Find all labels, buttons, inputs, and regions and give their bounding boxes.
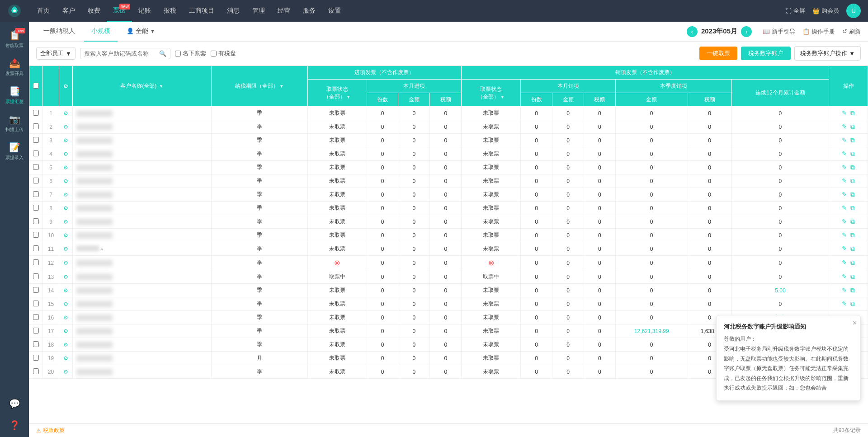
row-settings-icon[interactable]: ⚙ — [63, 287, 68, 294]
row-settings-icon[interactable]: ⚙ — [63, 355, 68, 362]
row-settings-icon[interactable]: ⚙ — [63, 369, 68, 375]
sidebar-item-entry[interactable]: 📝 票据录入 — [0, 137, 29, 165]
nav-accounting[interactable]: 记账 — [132, 0, 157, 22]
nav-ticket[interactable]: 票据 new — [107, 0, 132, 22]
in-status-filter[interactable]: ▼ — [346, 94, 351, 99]
quota-filter-icon[interactable]: ▼ — [279, 84, 284, 89]
edit-icon[interactable]: ✎ — [842, 123, 847, 130]
nav-operation[interactable]: 经营 — [271, 0, 297, 22]
row-settings-icon[interactable]: ⚙ — [63, 192, 68, 198]
copy-icon[interactable]: ⧉ — [850, 287, 855, 294]
nav-home[interactable]: 首页 — [31, 0, 56, 22]
edit-icon[interactable]: ✎ — [842, 191, 847, 198]
row-checkbox[interactable] — [33, 368, 39, 374]
search-input[interactable] — [84, 50, 157, 57]
edit-icon[interactable]: ✎ — [842, 204, 847, 211]
edit-icon[interactable]: ✎ — [842, 150, 847, 157]
select-all-checkbox[interactable] — [33, 83, 39, 89]
row-settings-icon[interactable]: ⚙ — [63, 315, 68, 321]
copy-icon[interactable]: ⧉ — [850, 273, 855, 280]
row-settings-icon[interactable]: ⚙ — [63, 342, 68, 348]
edit-icon[interactable]: ✎ — [842, 245, 847, 252]
row-checkbox[interactable] — [33, 287, 39, 293]
copy-icon[interactable]: ⧉ — [850, 136, 855, 144]
my-accounts-checkbox-label[interactable]: 名下账套 — [175, 49, 206, 57]
row-checkbox[interactable] — [33, 341, 39, 347]
sidebar-item-scan[interactable]: 📷 扫描上传 — [0, 109, 29, 137]
edit-icon[interactable]: ✎ — [842, 177, 847, 184]
row-checkbox[interactable] — [33, 178, 39, 183]
has-tax-disk-checkbox[interactable] — [211, 51, 217, 56]
policy-link[interactable]: ⚠ 税政政策 — [36, 427, 65, 434]
row-settings-icon[interactable]: ⚙ — [63, 246, 68, 252]
edit-icon[interactable]: ✎ — [842, 259, 847, 266]
row-checkbox[interactable] — [33, 355, 39, 361]
row-settings-icon[interactable]: ⚙ — [63, 328, 68, 334]
row-checkbox[interactable] — [33, 259, 39, 265]
row-checkbox[interactable] — [33, 328, 39, 334]
tab-all[interactable]: 👤 全能 ▼ — [119, 22, 162, 42]
nav-service[interactable]: 服务 — [297, 0, 322, 22]
sidebar-item-invoice-open[interactable]: 📤 发票开具 — [0, 53, 29, 81]
new-guide-btn[interactable]: 📖 新手引导 — [763, 28, 795, 36]
copy-icon[interactable]: ⧉ — [850, 164, 855, 171]
row-checkbox[interactable] — [33, 314, 39, 320]
row-checkbox[interactable] — [33, 273, 39, 279]
client-filter-icon[interactable]: ▼ — [159, 84, 164, 89]
copy-icon[interactable]: ⧉ — [850, 231, 855, 239]
next-month-btn[interactable]: › — [741, 26, 752, 37]
sidebar-item-help[interactable]: ❓ — [0, 415, 29, 437]
fullscreen-btn[interactable]: ⛶ 全屏 — [786, 7, 805, 15]
row-settings-icon[interactable]: ⚙ — [63, 260, 68, 266]
row-checkbox[interactable] — [33, 191, 39, 197]
tax-digital-btn[interactable]: 税务数字账户 — [741, 47, 791, 60]
tab-small-scale[interactable]: 小规模 — [84, 22, 118, 42]
vip-btn[interactable]: 👑 购会员 — [812, 7, 839, 15]
nav-fee[interactable]: 收费 — [81, 0, 107, 22]
edit-icon[interactable]: ✎ — [842, 109, 847, 117]
nav-business[interactable]: 工商项目 — [183, 0, 221, 22]
row-checkbox[interactable] — [33, 164, 39, 170]
row-checkbox[interactable] — [33, 301, 39, 306]
sidebar-item-smart-ticket[interactable]: 📋 智能取票 new — [0, 25, 29, 53]
edit-icon[interactable]: ✎ — [842, 136, 847, 144]
edit-icon[interactable]: ✎ — [842, 300, 847, 307]
refresh-btn[interactable]: ↺ 刷新 — [842, 28, 861, 36]
copy-icon[interactable]: ⧉ — [850, 123, 855, 130]
row-settings-icon[interactable]: ⚙ — [63, 110, 68, 117]
row-settings-icon[interactable]: ⚙ — [63, 151, 68, 157]
has-tax-disk-checkbox-label[interactable]: 有税盘 — [211, 49, 236, 57]
nav-settings[interactable]: 设置 — [322, 0, 347, 22]
prev-month-btn[interactable]: ‹ — [687, 26, 698, 37]
edit-icon[interactable]: ✎ — [842, 287, 847, 294]
manual-btn[interactable]: 📋 操作手册 — [802, 28, 835, 36]
row-checkbox[interactable] — [33, 137, 39, 143]
nav-client[interactable]: 客户 — [56, 0, 81, 22]
row-settings-icon[interactable]: ⚙ — [63, 164, 68, 171]
my-accounts-checkbox[interactable] — [175, 51, 181, 56]
row-checkbox[interactable] — [33, 150, 39, 156]
employee-select[interactable]: 全部员工 ▼ — [36, 47, 75, 60]
edit-icon[interactable]: ✎ — [842, 231, 847, 239]
row-settings-icon[interactable]: ⚙ — [63, 178, 68, 184]
row-checkbox[interactable] — [33, 110, 39, 116]
tax-ops-btn[interactable]: 税务数字账户操作 ▼ — [794, 46, 861, 61]
row-settings-icon[interactable]: ⚙ — [63, 219, 68, 225]
edit-icon[interactable]: ✎ — [842, 218, 847, 225]
user-avatar[interactable]: U — [846, 4, 861, 18]
nav-tax[interactable]: 报税 — [157, 0, 183, 22]
row-settings-icon[interactable]: ⚙ — [63, 232, 68, 239]
nav-message[interactable]: 消息 — [221, 0, 246, 22]
row-checkbox[interactable] — [33, 232, 39, 238]
out-status-filter[interactable]: ▼ — [500, 94, 505, 99]
sidebar-item-summary[interactable]: 📑 票据汇总 — [0, 81, 29, 109]
copy-icon[interactable]: ⧉ — [850, 177, 855, 184]
edit-icon[interactable]: ✎ — [842, 273, 847, 280]
row-settings-icon[interactable]: ⚙ — [63, 137, 68, 144]
copy-icon[interactable]: ⧉ — [850, 150, 855, 157]
row-checkbox[interactable] — [33, 218, 39, 224]
copy-icon[interactable]: ⧉ — [850, 259, 855, 266]
sidebar-item-chat[interactable]: 💬 — [0, 394, 29, 415]
row-checkbox[interactable] — [33, 245, 39, 251]
copy-icon[interactable]: ⧉ — [850, 300, 855, 307]
